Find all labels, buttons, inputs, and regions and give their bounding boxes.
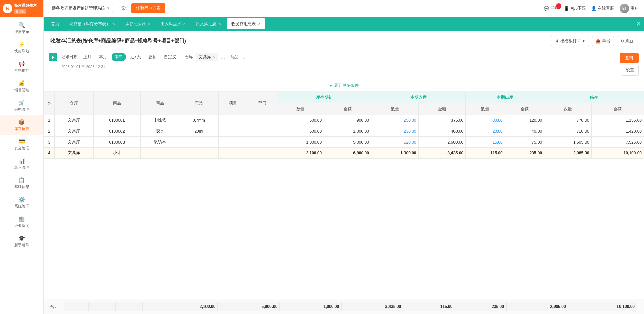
system-name-select[interactable]: 装备及固定资产辅助管理系统 ▼ xyxy=(49,4,113,13)
tab-inventory-dist-close[interactable]: ✕ xyxy=(112,22,115,26)
row1-goods-spec: 0.7mm xyxy=(179,115,218,126)
sidebar-item-quick-nav[interactable]: ⚡ 快捷导航 xyxy=(0,38,43,57)
warehouse-more-btn[interactable]: ... xyxy=(221,54,225,60)
tab-inout-flow[interactable]: 出入库流水 ✕ xyxy=(156,18,191,29)
sidebar-item-search[interactable]: 🔍 搜索菜单 xyxy=(0,18,43,38)
settings-icon: ⚙ xyxy=(121,5,126,11)
app-download-item[interactable]: 📱 App下载 xyxy=(564,5,586,11)
row3-out-qty[interactable]: 15.00 xyxy=(466,137,505,148)
row2-in-qty[interactable]: 230.00 xyxy=(371,126,418,137)
tab-recv-send-close[interactable]: ✕ xyxy=(258,22,261,26)
sidebar-item-operations[interactable]: 📊 经营管理 xyxy=(0,154,43,173)
th-warehouse: 仓库 xyxy=(55,92,94,115)
row1-dept xyxy=(248,115,277,126)
expand-btn[interactable]: ▼ 展开更多条件 xyxy=(329,83,359,88)
row2-closing-qty: 710.00 xyxy=(544,126,592,137)
th-out-amt: 金额 xyxy=(505,103,544,115)
table-row: 1 文具库 0100001 中性笔 0.7mm 600.00 900.00 25… xyxy=(44,115,644,126)
export-btn[interactable]: 📤 导出 xyxy=(592,36,614,46)
date-btn-prev-month[interactable]: 上月 xyxy=(80,53,95,61)
sidebar-item-sales[interactable]: 💰 销售管理 xyxy=(0,77,43,96)
row1-out-qty[interactable]: 80.00 xyxy=(466,115,505,126)
row2-in-amt: 460.00 xyxy=(418,126,466,137)
total-in-amt: 3,435.00 xyxy=(342,302,403,311)
chevron-down-icon: ▼ xyxy=(582,39,585,43)
total-closing-amt: 10,100.00 xyxy=(568,302,637,311)
row1-closing-amt: 1,155.00 xyxy=(591,115,644,126)
warehouse-tag-close[interactable]: ✕ xyxy=(212,55,215,59)
tab-home[interactable]: 首页 xyxy=(46,18,64,29)
data-table: ⚙ 仓库 商品 商品 商品 项目 部门 库存期初 本期入库 本期出库 结存 xyxy=(44,92,644,159)
subtotal-in-amt: 3,435.00 xyxy=(418,148,466,159)
date-btn-this-year[interactable]: 本年 xyxy=(112,53,126,61)
total-label: 合计 xyxy=(50,304,59,310)
tab-inout-flow-close[interactable]: ✕ xyxy=(183,22,186,26)
tab-batch[interactable]: 库存批次账 ✕ xyxy=(120,18,155,29)
sidebar-item-marketing[interactable]: 📢 营销推广 xyxy=(0,57,43,77)
app-download-label: App下载 xyxy=(571,5,586,11)
sidebar-item-purchase[interactable]: 🛒 采购管理 xyxy=(0,96,43,115)
goods-more-btn[interactable]: ... xyxy=(241,54,245,60)
marketing-icon: 📢 xyxy=(18,61,25,67)
message-icon: 💬 xyxy=(544,6,549,11)
tab-inout-summary[interactable]: 出入库汇总 ✕ xyxy=(191,18,226,29)
messages-item[interactable]: 💬 消息 6 xyxy=(544,5,559,11)
goods-filter-section: 商品 ... xyxy=(230,54,245,60)
date-options: 上月 本月 本年 近7天 更多 自定义 xyxy=(80,53,179,61)
filter-expand-row: ▼ 展开更多条件 xyxy=(44,80,644,92)
newbie-icon: 🎓 xyxy=(18,235,25,242)
row3-in-amt: 2,600.00 xyxy=(418,137,466,148)
subtotal-in-qty[interactable]: 1,000.00 xyxy=(371,148,418,159)
sidebar-item-enterprise[interactable]: 🏢 企业协同 xyxy=(0,212,43,232)
tab-recv-send[interactable]: 收发存汇总表 ✕ xyxy=(227,18,265,29)
sidebar-item-base-info[interactable]: 📋 基础信息 xyxy=(0,173,43,193)
settings-icon-wrapper[interactable]: ⚙ xyxy=(121,5,126,12)
print-icon: 🖨 xyxy=(555,39,559,44)
row1-in-qty[interactable]: 250.00 xyxy=(371,115,418,126)
tab-home-label: 首页 xyxy=(51,21,59,27)
th-opening-qty: 数量 xyxy=(277,103,324,115)
tab-inventory-dist[interactable]: 现存量（库存分布表） ✕ xyxy=(65,18,120,29)
user-item[interactable]: Ea 用户 xyxy=(620,4,639,13)
refresh-btn[interactable]: ↻ 刷新 xyxy=(617,36,637,46)
warehouse-tag-text: 文具库 xyxy=(199,54,211,60)
warehouse-tag: 文具库 ✕ xyxy=(196,53,218,61)
tab-batch-close[interactable]: ✕ xyxy=(148,22,150,26)
row3-in-qty[interactable]: 520.00 xyxy=(371,137,418,148)
query-btn[interactable]: 查询 xyxy=(620,53,639,63)
tab-inout-summary-label: 出入库汇总 xyxy=(196,21,216,27)
subtotal-no: 4 xyxy=(44,148,55,159)
date-btn-last7[interactable]: 近7天 xyxy=(127,53,144,61)
tabbar: 首页 现存量（库存分布表） ✕ 库存批次账 ✕ 出入库流水 ✕ 出入库汇总 ✕ … xyxy=(44,17,644,31)
base-info-icon: 📋 xyxy=(18,177,25,183)
warehouse-filter-section: 仓库 文具库 ✕ ... xyxy=(185,53,225,61)
export-icon: 📤 xyxy=(596,39,601,44)
th-out-qty: 数量 xyxy=(466,103,505,115)
sidebar-item-system[interactable]: ⚙️ 系统管理 xyxy=(0,193,43,212)
subtotal-out-qty[interactable]: 115.00 xyxy=(466,148,505,159)
row2-out-amt: 40.00 xyxy=(505,126,544,137)
setting-btn[interactable]: 设置 xyxy=(622,65,639,76)
print-btn[interactable]: 🖨 按模板打印 ▼ xyxy=(551,36,589,46)
date-btn-custom[interactable]: 自定义 xyxy=(161,53,179,61)
date-btn-more[interactable]: 更多 xyxy=(145,53,160,61)
main-area: 装备及固定资产辅助管理系统 ▼ ⚙ 体验行业方案 💬 消息 6 📱 App下载 … xyxy=(44,0,644,314)
trial-btn[interactable]: 体验行业方案 xyxy=(131,3,165,13)
sidebar-item-inventory[interactable]: 📦 库存核算 xyxy=(0,115,43,135)
close-all-icon: ✕ xyxy=(636,20,641,27)
date-btn-this-month[interactable]: 本月 xyxy=(96,53,110,61)
row2-out-qty[interactable]: 20.00 xyxy=(466,126,505,137)
row2-goods-name: 胶水 xyxy=(141,126,179,137)
subtotal-opening-amt: 6,900.00 xyxy=(324,148,371,159)
th-in: 本期入库 xyxy=(371,92,465,103)
th-out: 本期出库 xyxy=(466,92,544,103)
th-in-qty: 数量 xyxy=(371,103,418,115)
filter-toggle-btn[interactable]: ▶ xyxy=(49,53,57,61)
sidebar-item-finance[interactable]: 💳 资金管理 xyxy=(0,135,43,154)
filter-area: ▶ 记账日期 上月 本月 本年 近7天 更多 自定义 xyxy=(44,49,644,80)
close-all-tabs[interactable]: ✕ xyxy=(636,20,641,28)
tab-inout-summary-close[interactable]: ✕ xyxy=(218,22,221,26)
th-settings[interactable]: ⚙ xyxy=(44,92,55,115)
online-service-item[interactable]: 👤 在线客服 xyxy=(591,5,614,11)
sidebar-item-newbie[interactable]: 🎓 新手引导 xyxy=(0,232,43,251)
